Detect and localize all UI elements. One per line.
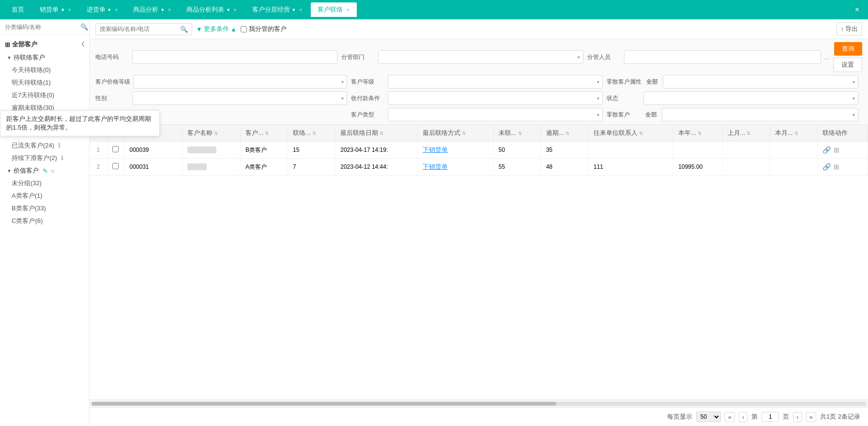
sort-icon[interactable]: ⇅ xyxy=(565,131,569,136)
last-contact-method[interactable]: 下销货单 xyxy=(417,142,493,159)
tab-close-icon[interactable]: × xyxy=(299,7,302,13)
edit-icon[interactable]: ✎ xyxy=(43,167,48,175)
sort-icon[interactable]: ⇅ xyxy=(265,131,269,136)
chevron-up-icon: ▲ xyxy=(230,26,237,33)
gender-select[interactable]: ▾ xyxy=(132,91,347,105)
sidebar-item-declining[interactable]: 持续下滑客户(2) ℹ xyxy=(0,152,89,164)
th-year: 本年... ⇅ xyxy=(673,125,722,142)
first-page-button[interactable]: « xyxy=(725,412,735,422)
customer-name xyxy=(183,142,241,159)
sidebar-item-c-class[interactable]: C类客户(6) xyxy=(0,215,89,227)
sidebar-item-a-class[interactable]: A类客户(1) xyxy=(0,190,89,202)
branch-dept-select[interactable]: ▾ xyxy=(378,50,583,64)
prev-page-button[interactable]: ‹ xyxy=(739,412,747,422)
my-customers-check[interactable] xyxy=(241,26,247,32)
phone-select[interactable] xyxy=(132,50,337,64)
sort-icon[interactable]: ⇅ xyxy=(380,131,383,136)
search-icon[interactable]: 🔍 xyxy=(180,26,188,33)
more-conditions-btn[interactable]: ▼ 更多条件 ▲ xyxy=(196,25,237,33)
add-icon[interactable]: ○ xyxy=(51,167,55,175)
tab-sales-order[interactable]: 销货单 ▾ × xyxy=(33,2,78,17)
more-options-icon[interactable]: ... xyxy=(824,54,829,61)
filter-price-level-row: 客户价格等级 ▾ xyxy=(95,75,347,88)
grid-action-icon[interactable]: ⊞ xyxy=(834,146,839,154)
customer-type: A类客户 xyxy=(240,159,288,176)
tab-home[interactable]: 首页 xyxy=(5,2,31,17)
overdue-count: 48 xyxy=(541,159,588,176)
tab-close-icon[interactable]: × xyxy=(347,7,350,13)
sidebar-item-b-class[interactable]: B类客户(33) xyxy=(0,202,89,215)
sidebar-item-tomorrow-pending[interactable]: 明天待联络(1) xyxy=(0,76,89,89)
status-select[interactable]: ▾ xyxy=(643,91,858,105)
tab-close-icon[interactable]: × xyxy=(68,7,71,13)
price-level-select[interactable]: ▾ xyxy=(133,75,347,88)
tab-close-icon[interactable]: × xyxy=(233,7,236,13)
contacts-info xyxy=(589,142,673,159)
sort-icon[interactable]: ⇅ xyxy=(312,131,316,136)
sort-icon[interactable]: ⇅ xyxy=(639,131,643,136)
tab-arrow-icon: ▾ xyxy=(61,7,64,13)
link-icon[interactable]: 🔗 xyxy=(822,163,831,171)
row-select-checkbox[interactable] xyxy=(112,146,119,152)
th-action: 联络动作 xyxy=(817,125,868,142)
payment-select[interactable]: ▾ xyxy=(388,91,603,105)
sidebar-item-7days-pending[interactable]: 近7天待联络(0) xyxy=(0,89,89,102)
retail-customer-select[interactable]: ▾ xyxy=(662,108,858,121)
sidebar-search-input[interactable] xyxy=(5,24,77,30)
row-select-checkbox[interactable] xyxy=(112,163,119,169)
horizontal-scrollbar[interactable] xyxy=(91,402,866,406)
chevron-down-icon: ▾ xyxy=(853,79,855,85)
my-customers-checkbox[interactable]: 我分管的客户 xyxy=(241,25,287,33)
sidebar-search-area: 🔍 xyxy=(0,19,89,35)
next-page-button[interactable]: › xyxy=(793,412,802,422)
sidebar-item-churned[interactable]: 已流失客户(24) ℹ xyxy=(0,139,89,152)
set-button[interactable]: 设置 xyxy=(833,58,862,72)
tab-close-icon[interactable]: × xyxy=(115,7,118,13)
sort-icon[interactable]: ⇅ xyxy=(518,131,522,136)
sidebar-item-today-pending[interactable]: 今天待联络(0) xyxy=(0,64,89,76)
row-checkbox[interactable] xyxy=(107,142,124,159)
tab-purchase-order[interactable]: 进货单 ▾ × xyxy=(80,2,125,17)
filter-search-input[interactable] xyxy=(100,26,178,32)
customer-level-select[interactable]: ▾ xyxy=(388,75,603,88)
tab-customer-segment[interactable]: 客户分层经营 ▾ × xyxy=(245,2,309,17)
link-icon[interactable]: 🔗 xyxy=(822,146,831,154)
branch-person-select[interactable] xyxy=(624,50,821,64)
page-number-input[interactable] xyxy=(761,412,779,422)
collapse-icon[interactable]: 《 xyxy=(78,41,84,49)
last-page-button[interactable]: » xyxy=(806,412,816,422)
sort-icon[interactable]: ⇅ xyxy=(698,131,701,136)
sort-icon[interactable]: ⇅ xyxy=(462,131,466,136)
tab-product-analysis-list[interactable]: 商品分析列表 ▾ × xyxy=(180,2,244,17)
query-button[interactable]: 查询 xyxy=(834,42,862,56)
export-button[interactable]: ↑ 导出 xyxy=(837,22,863,36)
sidebar-item-ungrouped[interactable]: 未分组(32) xyxy=(0,177,89,190)
sort-icon[interactable]: ⇅ xyxy=(746,131,750,136)
filter-branch-person-row: 分管人员 ... xyxy=(587,50,829,64)
grid-icon: ⊞ xyxy=(5,41,10,48)
window-close-button[interactable]: × xyxy=(851,5,863,14)
tab-customer-contact[interactable]: 客户联络 × xyxy=(311,2,356,17)
customer-code: 000039 xyxy=(124,142,183,159)
info-icon: ℹ xyxy=(58,142,61,149)
chevron-down-icon: ▾ xyxy=(597,112,599,118)
tab-close-icon[interactable]: × xyxy=(168,7,171,13)
last-contact-method[interactable]: 下销货单 xyxy=(417,159,493,176)
this-month-amount xyxy=(770,159,817,176)
chevron-down-icon: ▾ xyxy=(853,96,855,101)
sidebar-group-pending[interactable]: ▼ 待联络客户 xyxy=(0,51,89,64)
tab-product-analysis[interactable]: 商品分析 ▾ × xyxy=(126,2,178,17)
customer-type-select[interactable]: ▾ xyxy=(388,108,603,121)
sort-icon[interactable]: ⇅ xyxy=(794,131,798,136)
sort-icon[interactable]: ⇅ xyxy=(214,131,218,136)
main-layout: 🔍 ⊞ 全部客户 《 ▼ 待联络客户 今天待联络(0) 明天待联络(1) 近7天… xyxy=(0,19,868,426)
row-checkbox[interactable] xyxy=(107,159,124,176)
last-month-amount xyxy=(722,159,770,176)
chevron-down-icon: ▾ xyxy=(597,96,599,101)
grid-action-icon[interactable]: ⊞ xyxy=(834,163,839,171)
sidebar-group-value[interactable]: ▼ 价值客户 ✎ ○ xyxy=(0,164,89,177)
all-customers-header[interactable]: ⊞ 全部客户 《 xyxy=(0,38,89,51)
per-page-select[interactable]: 50 100 200 xyxy=(696,411,721,422)
retail-attr-select[interactable]: ▾ xyxy=(663,75,858,88)
search-icon[interactable]: 🔍 xyxy=(80,23,88,30)
